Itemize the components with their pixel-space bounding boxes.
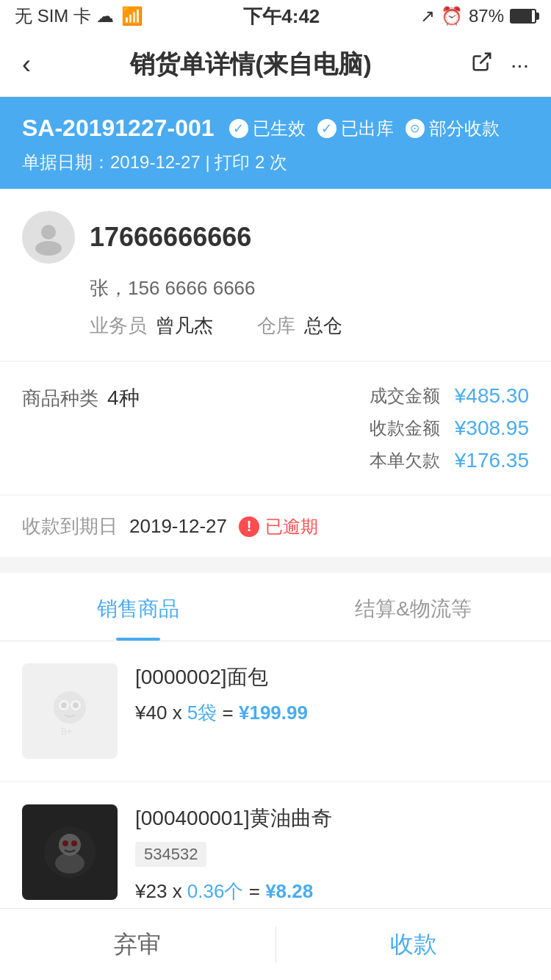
- badge-shipped: ✓ 已出库: [317, 117, 394, 140]
- customer-section: 17666666666 张，156 6666 6666 业务员 曾凡杰 仓库 总…: [0, 189, 551, 361]
- check-icon-1: ✓: [229, 119, 248, 138]
- tabs: 销售商品 结算&物流等: [0, 573, 551, 641]
- deal-amount-label: 成交金额: [370, 384, 440, 408]
- badge-partial-label: 部分收款: [429, 117, 500, 140]
- category-count: 4种: [107, 384, 140, 412]
- svg-text:B+: B+: [61, 727, 72, 737]
- svg-point-2: [35, 241, 62, 256]
- list-item: [000400001]黄油曲奇 534532 ¥23 x 0.36个 = ¥8.…: [0, 782, 551, 926]
- battery-label: 87%: [469, 6, 504, 26]
- warehouse-label: 仓库: [257, 313, 295, 339]
- warehouse-meta: 仓库 总仓: [257, 313, 342, 339]
- product-total-2: ¥8.28: [265, 880, 313, 902]
- product-name-1: [0000002]面包: [135, 663, 529, 691]
- deal-amount-row: 成交金额 ¥485.30: [370, 384, 529, 408]
- badge-shipped-label: 已出库: [341, 117, 394, 140]
- warehouse-value: 总仓: [304, 313, 342, 339]
- tab-sales-products[interactable]: 销售商品: [0, 573, 276, 641]
- customer-contact: 张，156 6666 6666: [22, 275, 529, 301]
- svg-point-7: [73, 702, 79, 708]
- owed-amount-label: 本单欠款: [370, 449, 440, 472]
- product-info-2: [000400001]黄油曲奇 534532 ¥23 x 0.36个 = ¥8.…: [135, 804, 529, 904]
- status-badges: ✓ 已生效 ✓ 已出库 ⊙ 部分收款: [229, 117, 500, 140]
- product-list: B+ [0000002]面包 ¥40 x 5袋 = ¥199.99: [0, 641, 551, 926]
- due-label: 收款到期日: [22, 514, 118, 539]
- check-icon-2: ✓: [317, 119, 336, 138]
- list-item: B+ [0000002]面包 ¥40 x 5袋 = ¥199.99: [0, 641, 551, 781]
- product-price-1: ¥40 x 5袋 = ¥199.99: [135, 700, 529, 726]
- location-icon: ↗: [420, 6, 435, 26]
- overdue-badge: ! 已逾期: [239, 515, 318, 538]
- owed-amount-value: ¥176.35: [455, 449, 529, 472]
- due-section: 收款到期日 2019-12-27 ! 已逾期: [0, 496, 551, 557]
- tab-settlement-label: 结算&物流等: [355, 597, 472, 620]
- abandon-button[interactable]: 弃审: [0, 909, 276, 980]
- header-sub-info: 单据日期：2019-12-27 | 打印 2 次: [22, 151, 529, 174]
- svg-line-0: [480, 54, 490, 64]
- category-label: 商品种类: [22, 386, 98, 411]
- clock-icon: ⊙: [406, 119, 425, 138]
- salesperson-label: 业务员: [90, 313, 147, 339]
- badge-partial: ⊙ 部分收款: [406, 117, 500, 140]
- salesperson-meta: 业务员 曾凡杰: [90, 313, 213, 339]
- customer-phone: 17666666666: [90, 222, 251, 253]
- product-tag-2: 534532: [135, 842, 206, 867]
- header-banner: SA-20191227-001 ✓ 已生效 ✓ 已出库 ⊙ 部分收款 单据日期：…: [0, 97, 551, 189]
- svg-point-11: [55, 853, 84, 873]
- back-button[interactable]: ‹: [22, 49, 31, 80]
- order-number: SA-20191227-001: [22, 115, 215, 142]
- svg-point-3: [54, 691, 86, 724]
- badge-activated: ✓ 已生效: [229, 117, 306, 140]
- deal-amount-value: ¥485.30: [455, 384, 529, 408]
- product-image-1: B+: [22, 663, 118, 759]
- product-total-1: ¥199.99: [239, 702, 308, 724]
- tab-settlement[interactable]: 结算&物流等: [276, 573, 551, 641]
- overdue-icon: !: [239, 516, 259, 537]
- product-base-price-1: ¥40: [135, 702, 167, 724]
- bottom-bar: 弃审 收款: [0, 908, 551, 980]
- overdue-label: 已逾期: [265, 515, 318, 538]
- collect-amount-label: 收款金额: [370, 417, 440, 440]
- product-price-2: ¥23 x 0.36个 = ¥8.28: [135, 879, 529, 904]
- avatar: [22, 211, 75, 264]
- svg-point-6: [61, 702, 67, 708]
- product-qty-1: 5袋: [187, 702, 217, 724]
- no-sim-label: 无 SIM 卡 ☁: [15, 4, 114, 28]
- svg-point-12: [62, 840, 68, 846]
- more-icon[interactable]: ···: [511, 52, 529, 77]
- product-qty-2: 0.36个: [187, 880, 244, 902]
- wifi-icon: 📶: [121, 6, 143, 26]
- salesperson-value: 曾凡杰: [156, 313, 213, 339]
- collect-amount-value: ¥308.95: [455, 417, 529, 440]
- summary-section: 商品种类 4种 成交金额 ¥485.30 收款金额 ¥308.95 本单欠款 ¥…: [0, 362, 551, 494]
- alarm-icon: ⏰: [441, 6, 463, 26]
- svg-point-1: [41, 225, 56, 239]
- due-date: 2019-12-27: [129, 515, 227, 538]
- tab-sales-products-label: 销售商品: [97, 597, 179, 620]
- customer-meta: 业务员 曾凡杰 仓库 总仓: [22, 313, 529, 339]
- product-image-2: [22, 804, 118, 900]
- product-name-2: [000400001]黄油曲奇: [135, 804, 529, 832]
- product-info-1: [0000002]面包 ¥40 x 5袋 = ¥199.99: [135, 663, 529, 726]
- svg-point-13: [71, 840, 77, 846]
- owed-amount-row: 本单欠款 ¥176.35: [370, 449, 529, 472]
- tabs-spacer: [0, 558, 551, 573]
- collect-button[interactable]: 收款: [276, 909, 552, 980]
- page-title: 销货单详情(来自电脑): [130, 48, 372, 82]
- share-icon[interactable]: [471, 51, 493, 78]
- battery-icon: [510, 9, 536, 24]
- nav-bar: ‹ 销货单详情(来自电脑) ···: [0, 32, 551, 97]
- nav-actions: ···: [471, 51, 529, 78]
- badge-activated-label: 已生效: [253, 117, 306, 140]
- status-time: 下午4:42: [243, 4, 320, 29]
- status-right: ↗ ⏰ 87%: [420, 6, 536, 26]
- status-left: 无 SIM 卡 ☁ 📶: [15, 4, 143, 28]
- product-base-price-2: ¥23: [135, 880, 167, 902]
- collect-amount-row: 收款金额 ¥308.95: [370, 417, 529, 440]
- status-bar: 无 SIM 卡 ☁ 📶 下午4:42 ↗ ⏰ 87%: [0, 0, 551, 32]
- amounts: 成交金额 ¥485.30 收款金额 ¥308.95 本单欠款 ¥176.35: [370, 384, 529, 472]
